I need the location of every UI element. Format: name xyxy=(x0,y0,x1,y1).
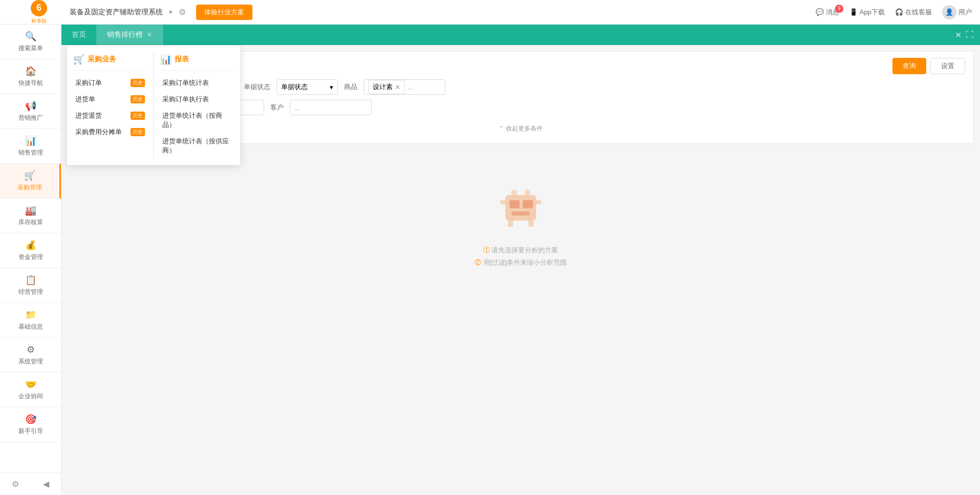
menu-col-report: 📊 报表 采购订单统计表 采购订单执行表 进货单统计表（按商品） 进货单统计表（… xyxy=(154,52,240,159)
report-menu-icon: 📊 xyxy=(160,54,172,65)
home-icon: 🏠 xyxy=(25,66,36,77)
sidebar-label-finance: 资金管理 xyxy=(18,253,43,262)
notification-badge: 9 xyxy=(835,5,843,13)
hint-step1: ① xyxy=(483,246,490,254)
sidebar-label-guide: 新手引导 xyxy=(18,427,43,436)
sidebar-label-purchase: 采购管理 xyxy=(17,183,42,192)
goods-filter[interactable]: 设计素 ✕ ... xyxy=(364,79,445,95)
online-service-btn[interactable]: 🎧 在线客服 xyxy=(895,8,932,17)
sidebar-label-sales: 销售管理 xyxy=(18,148,43,157)
menu-item-purchase-expense[interactable]: 采购费用分摊单 历史 xyxy=(73,124,147,140)
customer-dots[interactable]: ... xyxy=(294,104,300,112)
avatar: 👤 xyxy=(942,5,956,19)
gear-icon[interactable]: ⚙ xyxy=(179,7,186,17)
system-icon: ⚙ xyxy=(27,344,35,355)
tab-sales-ranking[interactable]: 销售排行榜 ✕ xyxy=(97,25,163,45)
sidebar-item-finance[interactable]: 💰 资金管理 xyxy=(0,233,61,268)
sidebar-item-purchase[interactable]: 🛒 采购管理 xyxy=(0,164,61,199)
menu-item-report-receipt-supplier[interactable]: 进货单统计表（按供应商） xyxy=(160,133,234,159)
goods-dots[interactable]: ... xyxy=(407,83,413,91)
svg-rect-3 xyxy=(512,211,530,216)
notification-btn[interactable]: 💬 消息 9 xyxy=(816,8,839,17)
system-name: 装备及固定资产辅助管理系统 xyxy=(70,8,163,17)
mobile-icon: 📱 xyxy=(849,8,858,16)
tab-resize-icon[interactable]: ⛶ xyxy=(966,30,974,40)
goods-tag-close[interactable]: ✕ xyxy=(395,83,400,91)
sidebar-label-inventory: 库存核算 xyxy=(18,218,43,227)
svg-rect-5 xyxy=(535,200,541,204)
query-btn[interactable]: 查询 xyxy=(892,58,926,74)
sidebar: 🔍 搜索菜单 🏠 快捷导航 📢 营销推广 📊 销售管理 🛒 采购管理 🏭 库存核… xyxy=(0,25,61,495)
empty-hint-text2: 用[过滤]条件来缩小分析范围 xyxy=(483,259,567,266)
headset-icon: 🎧 xyxy=(895,8,903,16)
header-right: 💬 消息 9 📱 App下载 🎧 在线客服 👤 用户 xyxy=(816,5,972,19)
sidebar-item-nav[interactable]: 🏠 快捷导航 xyxy=(0,59,61,94)
doc-status-select[interactable]: 单据状态 ▾ xyxy=(276,79,338,95)
user-btn[interactable]: 👤 用户 xyxy=(942,5,972,19)
finance-icon: 💰 xyxy=(25,240,36,251)
top-header: 6 标准版 装备及固定资产辅助管理系统 ▾ ⚙ 体验行业方案 💬 消息 9 📱 … xyxy=(0,0,980,25)
goods-tag: 设计素 ✕ xyxy=(368,80,405,94)
sidebar-item-collab[interactable]: 🤝 企业协同 xyxy=(0,373,61,407)
svg-rect-4 xyxy=(500,200,506,204)
customer-filter[interactable]: ... xyxy=(290,100,372,115)
doc-status-value: 单据状态 xyxy=(281,82,308,92)
empty-hint-2: ② 用[过滤]条件来缩小分析范围 xyxy=(475,256,567,269)
sidebar-item-basic[interactable]: 📁 基础信息 xyxy=(0,303,61,338)
svg-rect-6 xyxy=(508,220,513,227)
sidebar-item-operation[interactable]: 📋 经营管理 xyxy=(0,268,61,303)
svg-point-9 xyxy=(524,189,530,196)
sidebar-label-marketing: 营销推广 xyxy=(18,114,43,122)
purchase-dropdown-menu: 🛒 采购业务 采购订单 历史 进货单 历史 进货退货 历史 采购费用分摊单 历史… xyxy=(67,45,241,165)
menu-item-report-order-stat[interactable]: 采购订单统计表 xyxy=(160,75,234,91)
svg-rect-7 xyxy=(528,220,534,227)
goods-label: 商品 xyxy=(344,82,357,92)
sidebar-label-collab: 企业协同 xyxy=(18,392,43,401)
svg-rect-1 xyxy=(509,200,520,208)
collab-icon: 🤝 xyxy=(25,379,36,390)
empty-illustration xyxy=(490,185,551,236)
sidebar-item-marketing[interactable]: 📢 营销推广 xyxy=(0,94,61,129)
menu-col-report-title: 📊 报表 xyxy=(160,52,234,71)
sidebar-label-system: 系统管理 xyxy=(18,357,43,366)
app-download-btn[interactable]: 📱 App下载 xyxy=(849,8,885,17)
menu-item-report-receipt-goods[interactable]: 进货单统计表（按商品） xyxy=(160,107,234,133)
tab-home-label: 首页 xyxy=(72,30,86,39)
system-arrow-icon[interactable]: ▾ xyxy=(169,8,173,16)
tab-sales-ranking-label: 销售排行榜 xyxy=(107,30,143,39)
sidebar-collapse-btn[interactable]: ◀ xyxy=(43,479,49,489)
history-badge-1: 历史 xyxy=(131,95,145,103)
sidebar-item-sales[interactable]: 📊 销售管理 xyxy=(0,129,61,164)
tab-home[interactable]: 首页 xyxy=(61,25,97,45)
doc-status-label: 单据状态 xyxy=(244,82,270,92)
menu-item-report-order-exec[interactable]: 采购订单执行表 xyxy=(160,91,234,107)
tab-icons: ✕ ⛶ xyxy=(955,30,980,40)
tab-close-icon[interactable]: ✕ xyxy=(147,31,152,38)
menu-item-purchase-return[interactable]: 进货退货 历史 xyxy=(73,107,147,124)
action-btns: 查询 设置 xyxy=(892,58,965,74)
menu-item-purchase-order[interactable]: 采购订单 历史 xyxy=(73,75,147,91)
svg-rect-2 xyxy=(523,200,533,208)
logo-icon: 6 xyxy=(31,0,47,16)
sidebar-item-inventory[interactable]: 🏭 库存核算 xyxy=(0,199,61,233)
industry-btn[interactable]: 体验行业方案 xyxy=(196,5,252,20)
setting-btn[interactable]: 设置 xyxy=(930,58,965,74)
empty-state: ① 请先选择要分析的方案 ② 用[过滤]条件来缩小分析范围 xyxy=(68,144,974,310)
history-badge-0: 历史 xyxy=(131,79,145,87)
sales-icon: 📊 xyxy=(25,135,36,146)
tab-bar: 首页 销售排行榜 ✕ ✕ ⛶ xyxy=(61,25,980,45)
logo-text: 标准版 xyxy=(31,17,47,25)
purchase-menu-icon: 🛒 xyxy=(73,54,84,65)
tab-close-window-icon[interactable]: ✕ xyxy=(955,30,962,40)
basic-icon: 📁 xyxy=(25,309,36,320)
menu-col-purchase-title: 🛒 采购业务 xyxy=(73,52,147,71)
sidebar-item-guide[interactable]: 🎯 新手引导 xyxy=(0,407,61,442)
sidebar-item-system[interactable]: ⚙ 系统管理 xyxy=(0,338,61,373)
empty-hint-1: ① 请先选择要分析的方案 xyxy=(483,244,559,256)
svg-point-8 xyxy=(511,189,517,196)
sidebar-settings-btn[interactable]: ⚙ xyxy=(12,479,19,489)
menu-item-purchase-receipt[interactable]: 进货单 历史 xyxy=(73,91,147,107)
sidebar-item-search[interactable]: 🔍 搜索菜单 xyxy=(0,25,61,59)
empty-hint-text1: 请先选择要分析的方案 xyxy=(492,246,558,254)
collapse-icon: ⌃ xyxy=(499,125,504,132)
